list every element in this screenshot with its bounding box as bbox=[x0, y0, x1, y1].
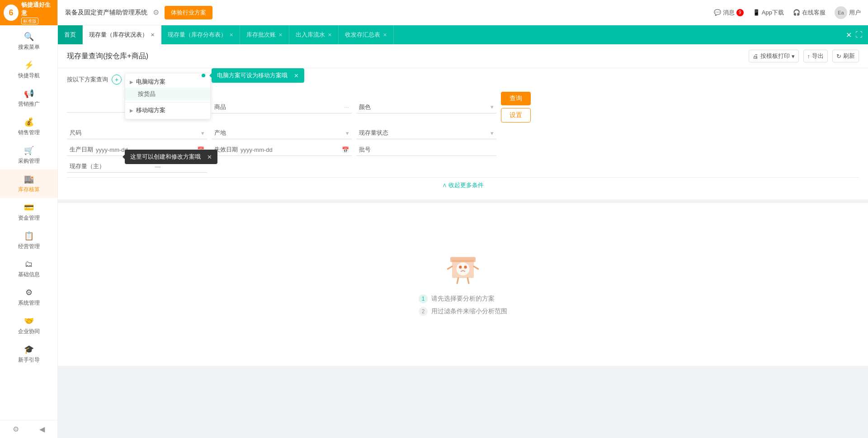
tab-close-collect-summary[interactable]: ✕ bbox=[383, 32, 387, 38]
sidebar-item-search[interactable]: 🔍 搜索菜单 bbox=[0, 27, 57, 56]
finance-icon: 💳 bbox=[24, 203, 34, 212]
tab-close-inventory-dist[interactable]: ✕ bbox=[229, 32, 233, 38]
app-download-item[interactable]: 📱 App下载 bbox=[753, 9, 784, 17]
empty-step-2: 2 用过滤条件来缩小分析范围 bbox=[419, 307, 507, 316]
tab-inventory-status[interactable]: 现存量（库存状况表） ✕ bbox=[83, 25, 161, 44]
inout-flow-tab-label: 出入库流水 bbox=[296, 31, 325, 39]
tooltip1-close-btn[interactable]: ✕ bbox=[294, 72, 299, 79]
sidebar-item-enterprise[interactable]: 🤝 企业协同 bbox=[0, 311, 57, 340]
size-field: 尺码 ▾ bbox=[67, 127, 207, 139]
message-icon: 💬 bbox=[714, 9, 721, 16]
sidebar-item-basic[interactable]: 🗂 基础信息 bbox=[0, 255, 57, 283]
tabbar-actions: ✕ ⛶ bbox=[840, 31, 868, 39]
search-btn[interactable]: 查询 bbox=[501, 92, 531, 105]
logo-icon: 6 bbox=[4, 5, 19, 21]
tab-collect-summary[interactable]: 收发存汇总表 ✕ bbox=[339, 25, 394, 44]
desktop-scheme-item-1[interactable]: 按货品 bbox=[125, 88, 210, 100]
sidebar-item-quick[interactable]: ⚡ 快捷导航 bbox=[0, 56, 57, 84]
sidebar-item-operation[interactable]: 📋 经营管理 bbox=[0, 226, 57, 255]
filter-add-btn[interactable]: + bbox=[112, 75, 122, 85]
tab-close-inventory-status[interactable]: ✕ bbox=[151, 32, 155, 38]
page-header: 现存量查询(按仓库+商品) 🖨 按模板打印 ▾ ↑ 导出 ↻ 刷新 bbox=[58, 44, 868, 68]
tooltip2-close-btn[interactable]: ✕ bbox=[207, 154, 212, 160]
operation-icon: 📋 bbox=[24, 231, 34, 241]
origin-dropdown-icon[interactable]: ▾ bbox=[346, 130, 349, 137]
color-dropdown-icon[interactable]: ▾ bbox=[491, 104, 494, 110]
tabbar: 首页 现存量（库存状况表） ✕ 现存量（库存分布表） ✕ 库存批次账 ✕ 出入库… bbox=[58, 25, 868, 44]
stock-qty-label: 现存量（主） bbox=[70, 162, 105, 170]
empty-steps: 1 请先选择要分析的方案 2 用过滤条件来缩小分析范围 bbox=[419, 294, 507, 320]
topbar-left: 装备及固定资产辅助管理系统 ⚙ 体验行业方案 bbox=[65, 6, 212, 19]
sidebar-item-guide[interactable]: 🎓 新手引导 bbox=[0, 340, 57, 368]
maximize-icon[interactable]: ⛶ bbox=[854, 31, 864, 39]
search-icon: 🔍 bbox=[24, 32, 34, 42]
sidebar-item-system[interactable]: ⚙ 系统管理 bbox=[0, 283, 57, 311]
svg-line-6 bbox=[474, 266, 478, 269]
collect-summary-tab-label: 收发存汇总表 bbox=[345, 31, 380, 39]
settings-footer-btn[interactable]: ⚙ bbox=[13, 425, 19, 433]
size-dropdown-icon[interactable]: ▾ bbox=[201, 130, 204, 137]
main-area: 装备及固定资产辅助管理系统 ⚙ 体验行业方案 💬 消息 9 📱 App下载 🎧 … bbox=[58, 0, 868, 438]
stock-status-dropdown-icon[interactable]: ▾ bbox=[491, 130, 494, 137]
home-tab-label: 首页 bbox=[64, 31, 76, 39]
enterprise-icon: 🤝 bbox=[24, 316, 34, 326]
size-input[interactable] bbox=[84, 130, 201, 137]
reset-btn[interactable]: 设置 bbox=[501, 108, 531, 122]
desktop-scheme-header[interactable]: ▶ 电脑端方案 bbox=[125, 76, 210, 88]
svg-point-3 bbox=[459, 266, 462, 268]
goods-input[interactable] bbox=[229, 104, 344, 110]
origin-label: 产地 bbox=[214, 129, 226, 137]
stock-status-input[interactable] bbox=[391, 130, 491, 137]
sidebar-footer: ⚙ ◀ bbox=[0, 420, 57, 438]
batch-account-tab-label: 库存批次账 bbox=[246, 31, 276, 39]
sidebar-item-sales[interactable]: 💰 销售管理 bbox=[0, 113, 57, 141]
filter-row-2: 尺码 ▾ 产地 ▾ 现存量状态 ▾ bbox=[67, 127, 859, 139]
filter-panel: 按以下方案查询 + ↻ « ▶ 电脑端方案 按货品 ▶ bbox=[58, 68, 868, 199]
tab-close-inout-flow[interactable]: ✕ bbox=[328, 32, 332, 38]
tooltip-desktop-scheme: 电脑方案可设为移动方案哦 ✕ bbox=[212, 68, 304, 83]
goods-label: 商品 bbox=[214, 103, 226, 111]
topbar-right: 💬 消息 9 📱 App下载 🎧 在线客服 Ea 用户 bbox=[714, 6, 861, 19]
tab-close-batch-account[interactable]: ✕ bbox=[278, 32, 283, 38]
collapse-btn[interactable]: ∧ 收起更多条件 bbox=[67, 177, 859, 193]
message-item[interactable]: 💬 消息 9 bbox=[714, 9, 744, 17]
goods-field: 商品 ··· bbox=[212, 101, 352, 113]
color-input[interactable] bbox=[373, 104, 491, 110]
export-btn[interactable]: ↑ 导出 bbox=[803, 50, 828, 62]
support-icon: 🎧 bbox=[793, 9, 800, 16]
svg-rect-1 bbox=[450, 257, 476, 262]
collapse-footer-btn[interactable]: ◀ bbox=[39, 425, 45, 433]
page-title: 现存量查询(按仓库+商品) bbox=[67, 52, 148, 61]
origin-input[interactable] bbox=[229, 130, 346, 137]
support-item[interactable]: 🎧 在线客服 bbox=[793, 9, 826, 17]
basic-icon: 🗂 bbox=[25, 259, 33, 269]
sidebar-item-inventory[interactable]: 🏬 库存核算 bbox=[0, 170, 57, 198]
sidebar-item-marketing[interactable]: 📢 营销推广 bbox=[0, 84, 57, 113]
goods-dots-icon[interactable]: ··· bbox=[344, 104, 349, 110]
expire-date-label: 失效日期 bbox=[214, 146, 238, 154]
settings-gear-icon[interactable]: ⚙ bbox=[153, 8, 159, 17]
expire-date-input[interactable] bbox=[241, 146, 342, 153]
industry-btn[interactable]: 体验行业方案 bbox=[165, 6, 212, 19]
tab-inventory-dist[interactable]: 现存量（库存分布表） ✕ bbox=[161, 25, 240, 44]
print-btn[interactable]: 🖨 按模板打印 ▾ bbox=[749, 50, 799, 62]
tab-batch-account[interactable]: 库存批次账 ✕ bbox=[240, 25, 289, 44]
user-item[interactable]: Ea 用户 bbox=[835, 6, 861, 19]
sidebar-logo: 6 畅捷通好生意 标准版 bbox=[0, 0, 57, 25]
origin-field: 产地 ▾ bbox=[212, 127, 352, 139]
sidebar-item-purchase[interactable]: 🛒 采购管理 bbox=[0, 141, 57, 170]
print-icon: 🖨 bbox=[753, 53, 759, 60]
tab-inout-flow[interactable]: 出入库流水 ✕ bbox=[289, 25, 339, 44]
logo-text: 畅捷通好生意 标准版 bbox=[21, 1, 54, 24]
expire-date-calendar-icon[interactable]: 📅 bbox=[342, 146, 349, 153]
mobile-scheme-header[interactable]: ▶ 移动端方案 bbox=[125, 104, 210, 116]
color-label: 颜色 bbox=[359, 103, 371, 111]
svg-point-4 bbox=[464, 266, 467, 268]
batch-input[interactable] bbox=[373, 146, 494, 153]
tab-home[interactable]: 首页 bbox=[58, 25, 83, 44]
close-all-tabs-icon[interactable]: ✕ bbox=[844, 31, 854, 39]
content-area: 现存量查询(按仓库+商品) 🖨 按模板打印 ▾ ↑ 导出 ↻ 刷新 bbox=[58, 44, 868, 438]
refresh-btn[interactable]: ↻ 刷新 bbox=[832, 50, 859, 62]
sidebar-item-finance[interactable]: 💳 资金管理 bbox=[0, 198, 57, 226]
expire-date-field: 失效日期 📅 bbox=[212, 144, 352, 156]
